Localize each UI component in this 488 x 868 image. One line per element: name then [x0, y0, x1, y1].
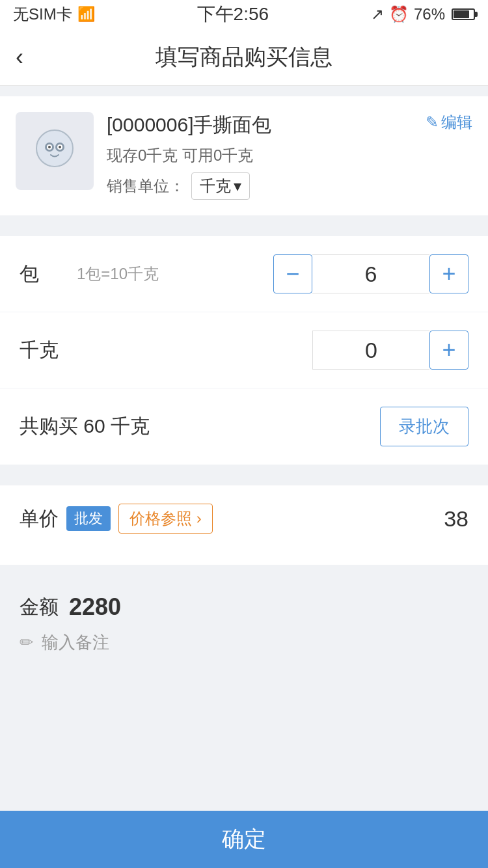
product-name: [0000006]手撕面包 — [107, 112, 472, 139]
amount-value: 2280 — [69, 593, 121, 621]
kg-controls: + — [312, 331, 468, 370]
bao-controls: − + — [273, 254, 468, 293]
product-unit-row: 销售单位： 千克 ▾ — [107, 172, 472, 200]
svg-point-6 — [59, 146, 61, 148]
status-bar: 无SIM卡 📶 下午2:56 ↗ ⏰ 76% — [0, 0, 488, 29]
price-tag: 批发 — [66, 506, 111, 531]
amount-label: 金额 — [20, 594, 59, 621]
price-row: 单价 批发 价格参照 › 38 — [20, 504, 468, 534]
battery-label: 76% — [414, 5, 445, 23]
page-title: 填写商品购买信息 — [156, 42, 332, 72]
svg-point-0 — [36, 130, 73, 167]
quantity-section: 包 1包=10千克 − + 千克 + 共购买 60 千克 录批次 — [0, 236, 488, 465]
divider-1 — [0, 215, 488, 226]
edit-label: 编辑 — [441, 112, 472, 133]
unit-value: 千克 — [200, 176, 231, 197]
confirm-button[interactable]: 确定 — [0, 811, 488, 868]
price-left: 单价 批发 价格参照 › — [20, 504, 213, 534]
total-row: 共购买 60 千克 录批次 — [0, 388, 488, 465]
total-label: 共购买 60 千克 — [20, 413, 150, 440]
note-placeholder: 输入备注 — [42, 631, 109, 654]
bao-minus-button[interactable]: − — [273, 254, 312, 293]
time-label: 下午2:56 — [197, 2, 269, 27]
battery-icon — [452, 8, 475, 20]
bao-quantity-row: 包 1包=10千克 − + — [0, 236, 488, 312]
carrier-label: 无SIM卡 — [13, 4, 72, 25]
amount-section: 金额 2280 ✏ 输入备注 — [0, 575, 488, 672]
product-image — [16, 112, 94, 190]
status-right: ↗ ⏰ 76% — [371, 5, 475, 23]
price-section: 单价 批发 价格参照 › 38 — [0, 485, 488, 565]
amount-row: 金额 2280 — [20, 593, 468, 621]
location-icon: ↗ — [371, 5, 384, 23]
bao-label: 包 — [20, 261, 72, 288]
bao-quantity-input[interactable] — [312, 254, 429, 293]
kg-label: 千克 — [20, 337, 72, 364]
confirm-label: 确定 — [222, 824, 266, 854]
product-info: [0000006]手撕面包 现存0千克 可用0千克 销售单位： 千克 ▾ — [107, 112, 472, 200]
nav-bar: ‹ 填写商品购买信息 — [0, 29, 488, 86]
bao-plus-button[interactable]: + — [429, 254, 468, 293]
note-row[interactable]: ✏ 输入备注 — [20, 631, 468, 654]
price-value: 38 — [444, 506, 468, 532]
kg-plus-button[interactable]: + — [429, 331, 468, 370]
pencil-icon: ✏ — [20, 632, 34, 653]
svg-point-5 — [48, 146, 51, 148]
price-label: 单价 — [20, 506, 59, 532]
bao-hint: 1包=10千克 — [77, 264, 273, 284]
record-batch-button[interactable]: 录批次 — [380, 407, 468, 446]
unit-label: 销售单位： — [107, 176, 185, 197]
product-card: [0000006]手撕面包 现存0千克 可用0千克 销售单位： 千克 ▾ ✎ 编… — [0, 96, 488, 215]
unit-select[interactable]: 千克 ▾ — [191, 172, 250, 200]
back-button[interactable]: ‹ — [16, 44, 23, 71]
kg-quantity-row: 千克 + — [0, 312, 488, 388]
status-left: 无SIM卡 📶 — [13, 4, 95, 25]
alarm-icon: ⏰ — [389, 5, 409, 23]
kg-quantity-input[interactable] — [312, 331, 429, 370]
divider-3 — [0, 565, 488, 575]
edit-button[interactable]: ✎ 编辑 — [426, 112, 472, 133]
product-stock: 现存0千克 可用0千克 — [107, 145, 472, 166]
edit-icon: ✎ — [426, 113, 439, 131]
wifi-icon: 📶 — [77, 6, 95, 23]
divider-2 — [0, 465, 488, 475]
unit-dropdown-icon: ▾ — [234, 177, 241, 195]
product-logo — [35, 129, 74, 174]
price-reference-button[interactable]: 价格参照 › — [118, 504, 213, 534]
